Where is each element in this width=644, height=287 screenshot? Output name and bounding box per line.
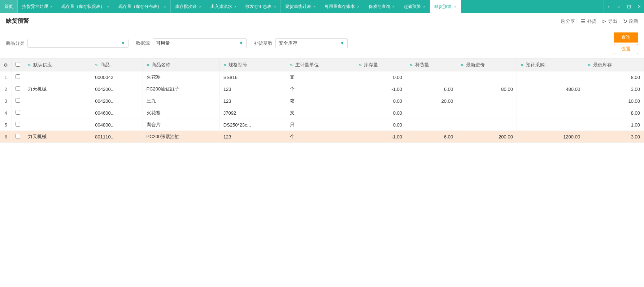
cell-unit-6: 个 — [286, 131, 355, 143]
cell-latest-price-4 — [457, 107, 517, 119]
row-checkbox-5[interactable] — [12, 119, 24, 131]
col-product-code[interactable]: ⇅ 商品... — [91, 59, 143, 71]
cell-replenish-qty-2: 6.00 — [406, 83, 457, 95]
replenish-base-select[interactable]: 安全库存 ▼ — [275, 38, 348, 48]
tab-next-button[interactable]: › — [614, 0, 624, 13]
row-select-6[interactable] — [16, 134, 20, 138]
cell-product-code-6: 801110... — [91, 131, 143, 143]
cell-unit-2: 个 — [286, 83, 355, 95]
tab-inventory-status[interactable]: 现存量（库存状况表） × — [57, 0, 114, 13]
datasource-label: 数据源 — [136, 40, 150, 47]
row-select-4[interactable] — [16, 110, 20, 115]
tab-close-inventory-status[interactable]: × — [107, 4, 109, 9]
col-unit[interactable]: ⇅ 主计量单位 — [286, 59, 355, 71]
tab-close-inout-flow[interactable]: × — [234, 4, 236, 9]
tab-close-receive-summary[interactable]: × — [274, 4, 276, 9]
col-min-stock[interactable]: ⇅ 最低库存 — [584, 59, 644, 71]
cell-min-stock-4: 8.00 — [584, 107, 644, 119]
tab-receive-summary[interactable]: 收发存汇总表 × — [241, 0, 280, 13]
cell-stock-6: -1.00 — [355, 131, 406, 143]
query-button[interactable]: 查询 — [614, 32, 638, 43]
row-checkbox-3[interactable] — [12, 95, 24, 107]
select-all-checkbox[interactable] — [16, 62, 20, 67]
tab-batch-account[interactable]: 库存批次账 × — [171, 0, 206, 13]
row-num-6: 6 — [0, 131, 12, 143]
col-spec[interactable]: ⇅ 规格型号 — [219, 59, 286, 71]
sort-icon: ⇅ — [147, 63, 149, 67]
tab-close-expiry-query[interactable]: × — [392, 4, 395, 9]
tab-requisition-stat[interactable]: 要货单统计表 × — [281, 0, 320, 13]
cell-min-stock-6: 3.00 — [584, 131, 644, 143]
tab-close-batch-account[interactable]: × — [199, 4, 201, 9]
cell-unit-4: 支 — [286, 107, 355, 119]
category-select[interactable]: ▼ — [27, 39, 129, 48]
tab-prev-button[interactable]: ‹ — [604, 0, 614, 13]
datasource-value: 可用量 — [156, 40, 170, 47]
tab-expiry-query[interactable]: 保质期查询 × — [364, 0, 399, 13]
row-num-1: 1 — [0, 71, 12, 83]
table-row: 3 004200... 三九 123 箱 0.00 20.00 10.00 — [0, 95, 644, 107]
export-icon: ⊳ — [602, 18, 606, 24]
tab-close-available-ledger[interactable]: × — [357, 4, 359, 9]
replenish-button[interactable]: ☰ 补货 — [581, 18, 596, 25]
tab-home[interactable]: 首页 — [0, 0, 18, 13]
row-select-3[interactable] — [16, 98, 20, 103]
header-actions: ⎘ 分享 ☰ 补货 ⊳ 导出 ↻ 刷新 — [561, 18, 638, 25]
col-default-supplier[interactable]: ⇅ 默认供应... — [24, 59, 91, 71]
tab-close-abnormal[interactable]: × — [50, 4, 52, 9]
tab-close-requisition-stat[interactable]: × — [313, 4, 316, 9]
refresh-icon: ↻ — [623, 18, 627, 24]
share-button[interactable]: ⎘ 分享 — [561, 18, 575, 25]
tab-close-overstock-warning[interactable]: × — [423, 4, 425, 9]
col-latest-price[interactable]: ⇅ 最新进价 — [457, 59, 517, 71]
datasource-filter-group: 数据源 可用量 ▼ — [136, 38, 247, 48]
tab-available-ledger[interactable]: 可用量库存账本 × — [320, 0, 364, 13]
cell-spec-3: 123 — [219, 95, 286, 107]
col-replenish-qty[interactable]: ⇅ 补货量 — [406, 59, 457, 71]
refresh-button[interactable]: ↻ 刷新 — [623, 18, 638, 25]
cell-latest-price-6: 200.00 — [457, 131, 517, 143]
col-product-name[interactable]: ⇅ 商品名称 — [143, 59, 219, 71]
datasource-select[interactable]: 可用量 ▼ — [153, 38, 247, 48]
col-gear[interactable]: ⚙ — [0, 59, 12, 71]
datasource-chevron-icon: ▼ — [239, 41, 243, 46]
row-checkbox-1[interactable] — [12, 71, 24, 83]
row-checkbox-6[interactable] — [12, 131, 24, 143]
cell-product-code-5: 004800... — [91, 119, 143, 131]
row-checkbox-2[interactable] — [12, 83, 24, 95]
cell-spec-5: DS250*23c... — [219, 119, 286, 131]
tab-inout-flow[interactable]: 出入库流水 × — [206, 0, 241, 13]
col-stock[interactable]: ⇅ 库存量 — [355, 59, 406, 71]
cell-product-name-1: 火花塞 — [143, 71, 219, 83]
row-checkbox-4[interactable] — [12, 107, 24, 119]
table-container: ⚙ ⇅ 默认供应... ⇅ 商品... ⇅ 商品名称 — [0, 59, 644, 143]
cell-replenish-qty-1 — [406, 71, 457, 83]
cell-stock-4: 0.00 — [355, 107, 406, 119]
row-select-5[interactable] — [16, 122, 20, 127]
row-num-3: 3 — [0, 95, 12, 107]
row-select-1[interactable] — [16, 74, 20, 79]
share-icon: ⎘ — [561, 18, 564, 24]
col-est-purchase[interactable]: ⇅ 预计采购... — [517, 59, 584, 71]
tab-close-shortage-warning[interactable]: × — [454, 4, 456, 9]
cell-product-name-2: PC200油缸缸子 — [143, 83, 219, 95]
main-content: 缺货预警 ⎘ 分享 ☰ 补货 ⊳ 导出 ↻ 刷新 商品分类 — [0, 13, 644, 287]
tab-close-all-button[interactable]: × — [634, 0, 644, 13]
sort-icon: ⇅ — [588, 63, 591, 67]
category-chevron-icon: ▼ — [121, 41, 125, 46]
sort-icon: ⇅ — [28, 63, 31, 67]
tab-shortage-warning[interactable]: 缺货预警 × — [430, 0, 461, 13]
export-button[interactable]: ⊳ 导出 — [602, 18, 617, 25]
tab-close-inventory-dist[interactable]: × — [164, 4, 166, 9]
cell-replenish-qty-4 — [406, 107, 457, 119]
category-label: 商品分类 — [6, 40, 25, 47]
tab-abnormal[interactable]: 拣货异常处理 × — [18, 0, 57, 13]
row-select-2[interactable] — [16, 86, 20, 91]
cell-min-stock-1: 8.00 — [584, 71, 644, 83]
tab-inventory-dist[interactable]: 现存量（库存分布表） × — [114, 0, 171, 13]
settings-button[interactable]: 设置 — [614, 44, 638, 54]
cell-latest-price-1 — [457, 71, 517, 83]
tab-restore-button[interactable]: ⊡ — [624, 0, 634, 13]
sort-icon: ⇅ — [290, 63, 293, 67]
tab-overstock-warning[interactable]: 超储预警 × — [399, 0, 430, 13]
